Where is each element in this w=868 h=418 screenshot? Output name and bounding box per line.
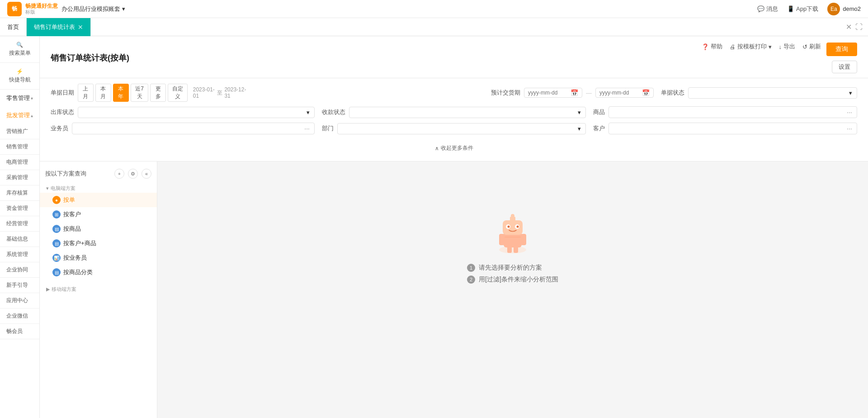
sidebar-item-inventory[interactable]: 库存核算 [0, 185, 39, 201]
sidebar-item-retail[interactable]: 零售管理 ▾ [0, 90, 39, 107]
more-dots-icon: ··· [304, 125, 310, 132]
this-month-btn[interactable]: 本月 [95, 84, 111, 102]
by-sales-icon: 📊 [52, 254, 61, 262]
tab-sales-order[interactable]: 销售订单统计表 ✕ [27, 18, 91, 36]
svg-rect-5 [514, 247, 518, 253]
search-icon: 🔍 [16, 42, 23, 48]
sidebar-item-members[interactable]: 畅会员 [0, 324, 39, 339]
tree-item-by-customer[interactable]: ⊞ 按客户 [40, 207, 157, 222]
print-icon: 🖨 [730, 43, 736, 50]
brand-name: 畅捷通好生意 [25, 3, 58, 9]
sidebar-item-system[interactable]: 系统管理 [0, 247, 39, 262]
export-icon: ↓ [779, 43, 782, 50]
sidebar-item-guide[interactable]: 新手引导 [0, 278, 39, 293]
sidebar-quick-nav[interactable]: ⚡ 快捷导航 [0, 63, 39, 90]
pay-status-label: 收款状态 [322, 108, 345, 116]
more-btn[interactable]: 更多 [150, 84, 166, 102]
refresh-btn[interactable]: ↺ 刷新 [802, 43, 821, 51]
doc-status-label: 单据状态 [661, 89, 684, 97]
expected-start-field[interactable] [528, 90, 569, 96]
salesperson-select[interactable]: ··· [72, 123, 315, 134]
split-layout: 按以下方案查询 + ⚙ « ▾ 电脑端方案 ● 按单 ⊞ [40, 162, 868, 418]
tree-item-by-salesperson[interactable]: 📊 按业务员 [40, 251, 157, 265]
department-label: 部门 [322, 124, 334, 133]
sidebar-item-sales[interactable]: 销售管理 [0, 139, 39, 155]
customer-select[interactable]: ··· [609, 123, 857, 134]
app-icon: 📱 [787, 5, 794, 12]
sidebar-item-purchase[interactable]: 采购管理 [0, 170, 39, 185]
department-select[interactable]: ▾ [337, 123, 586, 134]
settings-scheme-btn[interactable]: ⚙ [128, 169, 138, 179]
expected-date-start-input[interactable]: 📅 [524, 88, 582, 98]
sidebar-item-wechat[interactable]: 企业微信 [0, 309, 39, 324]
chevron-down-icon: ▾ [31, 96, 33, 101]
query-button[interactable]: 查询 [826, 43, 857, 56]
sidebar-item-operations[interactable]: 经营管理 [0, 216, 39, 232]
avatar: Ea [827, 3, 840, 15]
tab-home[interactable]: 首页 [0, 18, 27, 36]
custom-btn[interactable]: 自定义 [168, 84, 187, 102]
sidebar-search[interactable]: 🔍 搜索菜单 [0, 36, 39, 63]
print-dropdown-icon: ▾ [769, 43, 772, 50]
help-btn[interactable]: ❓ 帮助 [702, 43, 722, 51]
last-month-btn[interactable]: 上月 [78, 84, 94, 102]
chevron-down-icon: ▾ [578, 109, 581, 116]
customer-label: 客户 [593, 124, 605, 133]
date-divider: — [586, 90, 592, 96]
sidebar-item-wholesale[interactable]: 批发管理 ▴ [0, 107, 39, 124]
tabbar: 首页 销售订单统计表 ✕ ✕ ⛶ [0, 18, 868, 36]
help-icon: ❓ [702, 43, 709, 50]
add-scheme-btn[interactable]: + [114, 169, 124, 179]
date-label: 单据日期 [51, 89, 74, 97]
svg-point-10 [517, 226, 519, 228]
left-panel-header: 按以下方案查询 + ⚙ « [40, 167, 157, 182]
app-download-btn[interactable]: 📱 App下载 [787, 5, 818, 13]
goods-select[interactable]: ··· [609, 106, 857, 118]
tree-item-by-category[interactable]: ▤ 按商品分类 [40, 265, 157, 280]
tree-item-by-goods[interactable]: ▤ 按商品 [40, 222, 157, 236]
pay-status-group: 收款状态 ▾ [322, 107, 586, 118]
sidebar-item-marketing[interactable]: 营销推广 [0, 124, 39, 139]
customer-group: 客户 ··· [593, 123, 857, 134]
sidebar-item-finance[interactable]: 资金管理 [0, 201, 39, 216]
sidebar-item-basics[interactable]: 基础信息 [0, 232, 39, 247]
collapse-row: ∧ 收起更多条件 [51, 139, 857, 156]
ship-status-group: 出库状态 ▾ [51, 107, 315, 118]
sidebar-item-collab[interactable]: 企业协同 [0, 262, 39, 278]
expected-end-field[interactable] [599, 90, 640, 96]
account-dropdown[interactable]: 办公用品行业模拟账套 ▾ [61, 5, 125, 13]
close-window-icon[interactable]: ✕ [846, 23, 852, 31]
this-year-btn[interactable]: 本年 [113, 84, 129, 102]
sidebar-item-apps[interactable]: 应用中心 [0, 293, 39, 309]
more-dots-icon: ··· [847, 125, 852, 132]
tree-item-by-order[interactable]: ● 按单 [40, 193, 157, 207]
ship-status-select[interactable]: ▾ [78, 107, 315, 118]
tree-category-pc[interactable]: ▾ 电脑端方案 [40, 182, 157, 193]
filter-row-3: 业务员 ··· 部门 ▾ 客户 ··· [51, 123, 857, 134]
empty-state: 1 请先选择要分析的方案 2 用[过滤]条件来缩小分析范围 [467, 207, 558, 284]
filter-row-2: 出库状态 ▾ 收款状态 ▾ 商品 ··· [51, 106, 857, 118]
sidebar-item-ecommerce[interactable]: 电商管理 [0, 155, 39, 170]
user-area[interactable]: Ea demo2 [827, 3, 861, 15]
collapse-panel-btn[interactable]: « [142, 169, 151, 179]
last-7-days-btn[interactable]: 近7天 [131, 84, 149, 102]
chevron-down-icon: ▾ [122, 5, 125, 12]
tree-category-mobile[interactable]: ▶ 移动端方案 [40, 283, 157, 294]
goods-label: 商品 [593, 108, 605, 116]
page-header: 销售订单统计表(按单) ❓ 帮助 🖨 按模板打印 ▾ ↓ 导出 [40, 36, 868, 78]
expected-date-end-input[interactable]: 📅 [595, 88, 654, 98]
pay-status-select[interactable]: ▾ [349, 107, 586, 118]
print-btn[interactable]: 🖨 按模板打印 ▾ [730, 43, 772, 51]
left-panel-title: 按以下方案查询 [45, 170, 86, 178]
collapse-button[interactable]: ∧ 收起更多条件 [428, 141, 481, 156]
set-button[interactable]: 设置 [832, 61, 857, 73]
doc-status-select[interactable]: ▾ [688, 87, 857, 99]
message-btn[interactable]: 💬 消息 [757, 5, 778, 13]
maximize-icon[interactable]: ⛶ [855, 23, 863, 31]
date-range-display: 2023-01-01 至 2023-12-31 [193, 86, 247, 99]
export-btn[interactable]: ↓ 导出 [779, 43, 796, 51]
tab-close-icon[interactable]: ✕ [78, 24, 83, 31]
tree-item-by-customer-goods[interactable]: ▤ 按客户+商品 [40, 236, 157, 251]
chevron-up-icon: ▴ [31, 113, 33, 118]
chevron-up-icon: ∧ [435, 145, 439, 152]
